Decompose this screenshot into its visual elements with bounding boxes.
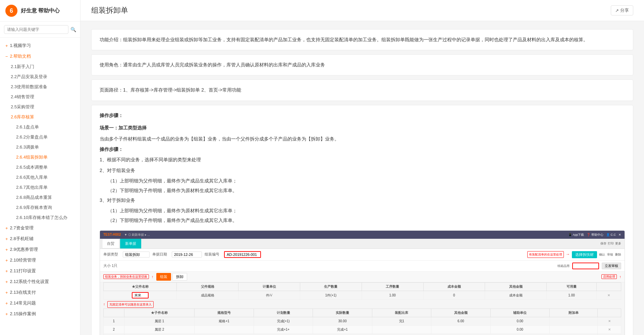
upper-td-del[interactable]: ✕	[597, 291, 621, 300]
upper-name-input[interactable]	[132, 292, 149, 298]
search-input[interactable]	[4, 25, 68, 34]
sidebar-item-print[interactable]: + 2.11打印设置	[0, 266, 80, 276]
sidebar-item-coupon[interactable]: + 2.9优惠券管理	[0, 244, 80, 255]
inner-tab-zizhi[interactable]: 自贸	[102, 239, 119, 249]
inner-confirm-btn[interactable]: 确认	[599, 252, 605, 257]
sidebar-item-label: 2.14常见问题	[10, 300, 36, 306]
sidebar-item-stockcheck[interactable]: 2.6.1盘点单	[0, 122, 80, 132]
inner-bar-right: 📱 App下载 ❓ 帮助中心 👤 C.C ✕	[568, 232, 621, 237]
lower-td-del[interactable]: ✕	[598, 317, 621, 326]
sidebar-item-faq[interactable]: + 2.14常见问题	[0, 298, 80, 309]
share-label: 分享	[620, 7, 629, 13]
lower-th-no	[104, 309, 124, 317]
inner-form-label-date: 单据日期	[152, 251, 169, 258]
lower-table-row-1: 1 属层 1 规格+1 完成(+1) 30.00 完1 6.00 0.00	[104, 317, 621, 326]
upper-th-action	[597, 283, 621, 291]
inner-upper-table: ★父件名称 父件规格 计量单位 生产数量 工序数量 成本金额 其他金额 可用量	[103, 282, 621, 300]
inner-form-label-process: 纸箱品用	[557, 263, 570, 269]
inner-form-row1: 单据类型 单据日期 组装编号 有装配清单的在这里处理 → 选择拆扶材 确认	[100, 249, 625, 261]
inner-more-btn[interactable]: 更多	[615, 241, 621, 246]
sidebar-item-newbie[interactable]: 2.1新手入门	[0, 62, 80, 72]
sidebar-item-adjust[interactable]: 2.6.3调拨单	[0, 142, 80, 152]
inner-type-assembly[interactable]: 组装	[156, 273, 171, 281]
upper-th-spec: 父件规格	[177, 283, 238, 291]
upper-th-unit: 计量单位	[238, 283, 300, 291]
sidebar-item-stockcheck2[interactable]: 2.6.9库存账本查询	[0, 203, 80, 213]
inner-print-btn[interactable]: 打印	[608, 241, 614, 246]
path-card: 页面路径：1、库存核算->库存管理->组装拆卸单 2、首页->常用功能	[91, 79, 633, 101]
role-card: 使用角色：通常由生产人员或库管人员完成拆装业务的操作，库管人员确认原材料的出库和…	[91, 54, 633, 75]
lower-th-extra: 附加单	[549, 309, 597, 317]
sidebar-item-partialcheck[interactable]: 2.6.2分量盘点单	[0, 132, 80, 142]
sidebar-item-video[interactable]: + 1.视频学习	[0, 40, 80, 51]
sidebar-item-costrecalc[interactable]: 2.6.8商品成本重算	[0, 192, 80, 203]
sidebar-item-purchase[interactable]: 2.5采购管理	[0, 102, 80, 112]
upper-table-row: 成品规格 件/√ 1件(+1) 1.00 0 成本金额 1.00 ✕	[104, 291, 621, 300]
collapse-icon: −	[5, 54, 8, 59]
inner-date-input[interactable]	[172, 252, 202, 258]
sidebar-item-mobile[interactable]: + 2.8手机旺辅	[0, 233, 80, 244]
upper-td-seq: 1.00	[362, 291, 423, 300]
lower-th-plan: 计划数量	[254, 309, 313, 317]
sidebar-item-inventory[interactable]: 2.6库存核算	[0, 112, 80, 122]
sidebar-item-prepare[interactable]: 2.3使用前数据准备	[0, 82, 80, 92]
ops-card: 操作步骤： 场景一：加工类型选择 当由多个子件材料组装成一个成品的业务为【组装】…	[91, 105, 633, 335]
inner-lower-table: ★子件名称 规格型号 计划数量 实际数量 装配出库 其他金额 辅助单位 附加单	[103, 309, 621, 335]
upper-td-unit: 件/√	[238, 291, 300, 300]
sidebar-item-finance[interactable]: + 2.7资金管理	[0, 223, 80, 233]
lower-td-spec: 规格+1	[195, 317, 254, 326]
upper-th-cost: 成本金额	[423, 283, 485, 291]
inner-paperbx-input[interactable]	[572, 263, 599, 269]
inner-tab-actions: 保存 打印 更多	[142, 239, 623, 247]
inner-process-button[interactable]: 选择拆扶材	[572, 251, 597, 258]
upper-th-other: 其他金额	[485, 283, 547, 291]
inner-docno-input[interactable]	[224, 251, 261, 258]
inner-upper-table-container: ★父件名称 父件规格 计量单位 生产数量 工序数量 成本金额 其他金额 可用量	[100, 282, 625, 301]
screenshot-container: TEST-H002 ▼ ◎ 刷新单据 ▸ ... 📱 App下载 ❓ 帮助中心 …	[100, 230, 625, 335]
lower-td-other	[431, 326, 490, 334]
sidebar-item-cases[interactable]: + 2.15操作案例	[0, 309, 80, 319]
lower-td-del[interactable]: ✕	[598, 326, 621, 334]
expand-icon: +	[5, 279, 8, 284]
sidebar-item-label: 2.9优惠券管理	[10, 246, 38, 253]
sidebar-item-otherout[interactable]: 2.6.7其他出库单	[0, 182, 80, 192]
sidebar-item-assembly[interactable]: 2.6.4组装拆卸单	[0, 152, 80, 162]
sidebar-item-onlinepay[interactable]: + 2.13在线支付	[0, 287, 80, 298]
sidebar-item-personalize[interactable]: + 2.12系统个性化设置	[0, 276, 80, 287]
scenario1-desc: 当由多个子件材料组装成一个成品的业务为【组装】业务，当由一个父件拆分成多个子产品…	[100, 135, 625, 143]
arrow-right-icon: ↑	[620, 274, 622, 280]
sidebar-item-sales[interactable]: 2.4销售管理	[0, 92, 80, 102]
main-body: 功能介绍：组装拆卸单用来处理企业组装或拆卸等加工业务，支持有固定装配清单的产品加…	[80, 21, 644, 335]
inner-doctype-input[interactable]	[123, 252, 150, 258]
inner-delete-btn[interactable]: 删除	[615, 252, 621, 257]
inner-type-disassembly[interactable]: 拆卸	[172, 273, 187, 281]
share-icon: ↗	[615, 8, 619, 13]
inner-bar-info: ▼ ◎ 刷新单据 ▸ ...	[124, 232, 150, 237]
inner-audit-btn[interactable]: 审核	[607, 252, 613, 257]
upper-th-name: ★父件名称	[104, 283, 177, 291]
step3: 3、对于拆卸业务	[100, 196, 625, 205]
lower-td-actual: 完成+1	[313, 326, 372, 334]
expand-icon: +	[5, 43, 8, 48]
sidebar-item-ops[interactable]: + 2.10经营管理	[0, 255, 80, 266]
expand-icon: +	[5, 247, 8, 252]
lower-annotation-row: ↑ 无固定清单可以随意在这里录入	[100, 301, 625, 309]
sidebar-item-otherin[interactable]: 2.6.6其他入库单	[0, 172, 80, 182]
lower-td-extra	[549, 317, 597, 326]
sidebar-item-install[interactable]: 2.2产品安装及登录	[0, 72, 80, 82]
inner-save-btn[interactable]: 保存	[600, 241, 606, 246]
lower-td-out	[372, 326, 431, 334]
sidebar-item-label: 2.10经营管理	[10, 257, 36, 263]
sidebar-item-costadjust[interactable]: 2.6.5成本调整单	[0, 162, 80, 172]
inner-app-link: 📱 App下载	[568, 232, 584, 237]
inner-form-label-no: 组装编号	[205, 251, 221, 258]
search-button[interactable]: 🔍	[70, 27, 76, 32]
inner-approve-btn[interactable]: 立发审核	[602, 263, 621, 269]
share-button[interactable]: ↗ 分享	[611, 5, 633, 15]
sidebar-item-helpdoc[interactable]: − 2.帮助文档	[0, 51, 80, 62]
lower-td-actual: 30.00	[313, 317, 372, 326]
inner-close[interactable]: ✕	[619, 232, 621, 237]
inner-tab-newrecord[interactable]: 新单据	[120, 239, 141, 249]
sidebar-item-stockerr[interactable]: 2.6.10库存账本错了怎么办	[0, 213, 80, 223]
expand-icon: +	[5, 312, 8, 317]
